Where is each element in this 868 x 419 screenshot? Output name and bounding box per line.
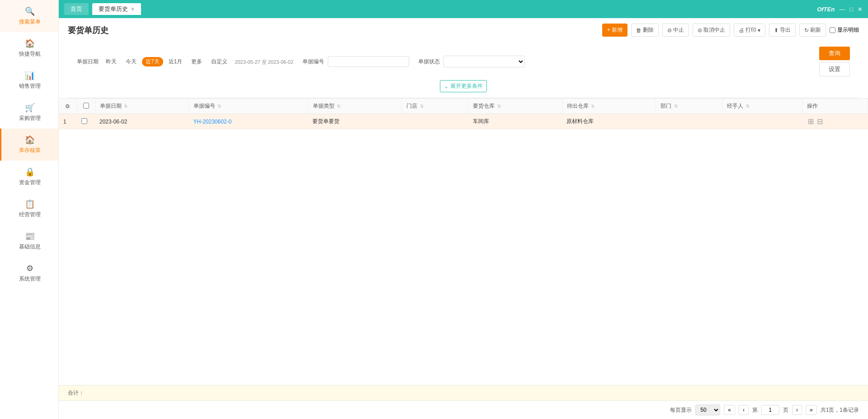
topbar: 首页 要货单历史 ✕ OfTEn — □ ✕ [59,0,868,18]
row-bill-type: 要货单要货 [308,114,401,129]
close-button[interactable]: ✕ [858,6,863,13]
sort-icon-req-warehouse[interactable]: ⇅ [497,104,501,109]
page-size-label: 每页显示 [670,406,692,414]
tab-close-icon[interactable]: ✕ [131,6,135,12]
topbar-right: OfTEn — □ ✕ [817,6,863,13]
sort-icon-dept[interactable]: ⇅ [674,104,678,109]
last-page-button[interactable]: » [806,405,817,415]
page-size-select[interactable]: 50 10 20 100 [695,405,720,415]
filter-date-group: 单据日期 昨天 今天 近7天 近1月 更多 自定义 2023-05-27 至 2… [77,57,293,67]
sidebar-item-search[interactable]: 🔍 搜索菜单 [0,0,58,32]
filter-billno-group: 单据编号 [302,56,409,67]
print-dropdown-icon: ▾ [758,27,760,33]
first-page-button[interactable]: « [724,405,735,415]
th-pending-warehouse: 待出仓库 ⇅ [562,99,656,114]
settings-icon[interactable]: ⚙ [65,103,70,110]
row-department [656,114,722,129]
sidebar-item-inventory[interactable]: 🏠 库存核算 [0,129,58,161]
date-opt-today[interactable]: 今天 [122,57,140,67]
row-checkbox [77,114,95,129]
bill-no-link[interactable]: YH-20230602-0 [193,119,231,125]
prev-page-button[interactable]: ‹ [739,405,749,415]
home-icon: 🏠 [25,38,35,48]
sidebar-item-sales[interactable]: 📊 销售管理 [0,64,58,96]
sidebar-label-sales: 销售管理 [19,82,41,90]
inventory-icon: 🏠 [25,135,35,145]
sidebar-item-quicknav[interactable]: 🏠 快捷导航 [0,32,58,64]
sidebar-label-inventory: 库存核算 [19,147,41,154]
th-department: 部门 ⇅ [656,99,722,114]
newspaper-icon: 📰 [25,231,35,241]
display-detail-label[interactable]: 显示明细 [830,26,859,34]
date-opt-7days[interactable]: 近7天 [142,57,163,67]
table-area: ⚙ 单据日期 ⇅ 单据编号 ⇅ [59,99,868,385]
date-opt-1month[interactable]: 近1月 [165,57,186,67]
bill-no-input[interactable] [328,56,409,67]
th-date: 单据日期 ⇅ [95,99,189,114]
tab-home[interactable]: 首页 [64,3,89,15]
new-button[interactable]: + 新增 [602,24,627,37]
sidebar-item-basic[interactable]: 📰 基础信息 [0,225,58,257]
tab-requisition[interactable]: 要货单历史 ✕ [92,3,141,15]
row-select-checkbox[interactable] [81,118,87,124]
maximize-button[interactable]: □ [849,6,853,13]
content-area: 要货单历史 + 新增 🗑 删除 ⊘ 中止 ⊘ 取消中止 [59,18,868,419]
date-filter-label: 单据日期 [77,58,99,66]
filter-actions: 查询 设置 [819,47,850,76]
settings-button[interactable]: 设置 [819,62,850,76]
filter-area: 单据日期 昨天 今天 近7天 近1月 更多 自定义 2023-05-27 至 2… [68,41,859,98]
delete-button[interactable]: 🗑 删除 [631,24,659,37]
brand-label: OfTEn [817,6,835,13]
display-detail-checkbox[interactable] [830,27,835,33]
th-bill-no: 单据编号 ⇅ [189,99,308,114]
sidebar-label-purchase: 采购管理 [19,114,41,122]
minimize-button[interactable]: — [839,6,845,13]
expand-filter-button[interactable]: ⌄ 展开更多条件 [440,80,487,92]
data-table: ⚙ 单据日期 ⇅ 单据编号 ⇅ [59,99,868,129]
date-opt-custom[interactable]: 自定义 [208,57,231,67]
page-title: 要货单历史 [68,25,108,36]
sort-icon-type[interactable]: ⇅ [337,104,340,109]
status-select[interactable] [443,56,525,67]
sidebar-item-purchase[interactable]: 🛒 采购管理 [0,96,58,129]
main-area: 首页 要货单历史 ✕ OfTEn — □ ✕ 要货单历史 + 新增 🗑 删除 [59,0,868,419]
date-opt-yesterday[interactable]: 昨天 [102,57,120,67]
cart-icon: 🛒 [25,103,35,113]
sort-icon-billno[interactable]: ⇅ [217,104,221,109]
sidebar-item-operations[interactable]: 📋 经营管理 [0,193,58,225]
row-delete-icon[interactable]: ⊟ [817,118,823,125]
print-button[interactable]: 🖨 打印 ▾ [734,24,765,37]
sidebar-label-finance: 资金管理 [19,179,41,186]
delete-icon: 🗑 [636,27,642,33]
total-info: 共1页，1条记录 [821,406,859,414]
cancel-stop-button[interactable]: ⊘ 取消中止 [693,24,730,37]
refresh-button[interactable]: ↻ 刷新 [799,24,826,37]
lock-icon: 🔒 [25,167,35,177]
page-suffix: 页 [783,406,788,414]
print-icon: 🖨 [739,27,744,33]
query-button[interactable]: 查询 [819,47,850,60]
sidebar-item-system[interactable]: ⚙ 系统管理 [0,257,58,289]
page-input[interactable] [761,405,779,415]
sidebar-label-search: 搜索菜单 [19,18,41,26]
stop-button[interactable]: ⊘ 中止 [662,24,689,37]
sidebar-label-operations: 经营管理 [19,211,41,219]
row-req-warehouse: 车间库 [468,114,562,129]
sort-icon-date[interactable]: ⇅ [124,104,127,109]
cancel-stop-icon: ⊘ [698,27,702,33]
th-handler: 经手人 ⇅ [722,99,802,114]
sidebar-item-finance[interactable]: 🔒 资金管理 [0,161,58,193]
sort-icon-pending-warehouse[interactable]: ⇅ [591,104,594,109]
page-label: 第 [752,406,758,414]
next-page-button[interactable]: › [792,405,802,415]
export-button[interactable]: ⬆ 导出 [769,24,796,37]
table-row[interactable]: 1 2023-06-02 YH-20230602-0 要货单要货 车间库 原材料… [59,114,868,129]
row-edit-icon[interactable]: ⊞ [808,118,814,125]
select-all-checkbox[interactable] [83,103,89,109]
date-range-display: 2023-05-27 至 2023-06-02 [235,59,293,66]
sort-icon-store[interactable]: ⇅ [420,104,424,109]
sort-icon-handler[interactable]: ⇅ [746,104,750,109]
date-opt-more[interactable]: 更多 [188,57,206,67]
table-body: 1 2023-06-02 YH-20230602-0 要货单要货 车间库 原材料… [59,114,868,129]
row-store [402,114,468,129]
